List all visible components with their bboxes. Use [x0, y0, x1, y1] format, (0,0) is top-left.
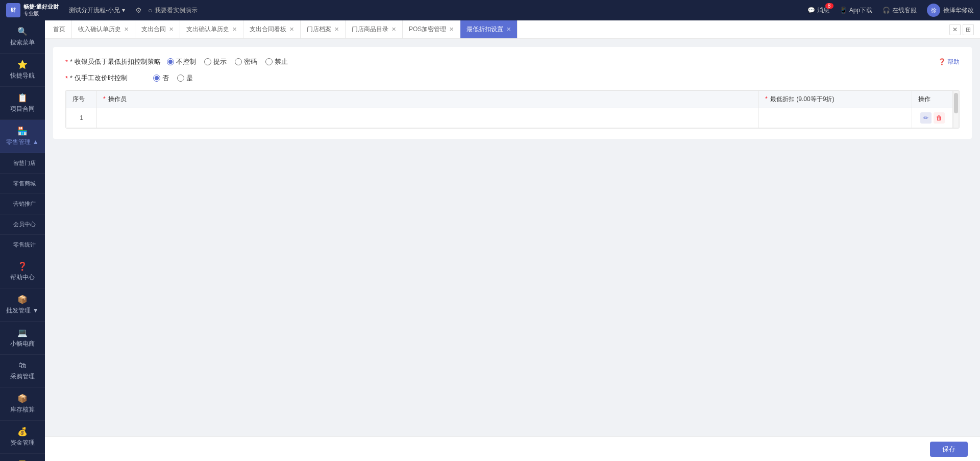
- sidebar-item-retail-mall[interactable]: 零售商城: [0, 174, 45, 194]
- message-badge: 8: [825, 3, 834, 9]
- content-area: 首页 收入确认单历史 ✕ 支出合同 ✕ 支出确认单历史 ✕ 支出合同看板 ✕ 门…: [45, 20, 980, 461]
- tab-payment-contract[interactable]: 支出合同 ✕: [135, 20, 180, 38]
- money-icon: 💰: [17, 427, 28, 436]
- strategy-remind[interactable]: 提示: [204, 57, 227, 66]
- manual-control-form-row: * * 仅手工改价时控制 否 是: [65, 74, 960, 83]
- sidebar-item-retail-stats[interactable]: 零售统计: [0, 235, 45, 255]
- app-edition: 专业版: [23, 10, 59, 17]
- inventory-icon: 📦: [17, 394, 28, 403]
- table-scrollbar[interactable]: [953, 90, 959, 128]
- manual-control-radio-group: 否 是: [153, 74, 193, 83]
- strategy-no-control[interactable]: 不控制: [167, 57, 196, 66]
- edit-row-button[interactable]: ✏: [920, 112, 932, 124]
- sidebar-item-member-center[interactable]: 会员中心: [0, 214, 45, 235]
- table-row: 1 ✏ 🗑: [66, 108, 953, 128]
- col-header-min-discount: * 最低折扣 (9.00等于9折): [759, 91, 912, 108]
- sidebar-item-purchase-mgmt[interactable]: 🛍 采购管理: [0, 355, 45, 387]
- tab-pos-password[interactable]: POS加密管理 ✕: [403, 20, 460, 38]
- help-link[interactable]: ❓ 帮助: [938, 58, 960, 66]
- delete-row-button[interactable]: 🗑: [934, 112, 945, 124]
- tab-store-file[interactable]: 门店档案 ✕: [301, 20, 346, 38]
- settings-form-card: * * 收银员低于最低折扣控制策略 不控制 提示: [53, 47, 972, 139]
- tab-store-product[interactable]: 门店商品目录 ✕: [346, 20, 403, 38]
- star-icon: ⭐: [17, 60, 28, 69]
- strategy-forbid[interactable]: 禁止: [265, 57, 288, 66]
- sidebar-item-project-contract[interactable]: 📋 项目合同: [0, 87, 45, 120]
- tab-close-income-confirm[interactable]: ✕: [124, 27, 129, 32]
- logo-icon: 财: [6, 3, 20, 17]
- app-name: 畅捷·通好业财: [23, 3, 59, 10]
- tab-income-confirm[interactable]: 收入确认单历史 ✕: [72, 20, 135, 38]
- sidebar-item-marketing[interactable]: 营销推广: [0, 194, 45, 214]
- shopping-icon: 🛍: [18, 361, 27, 370]
- store-icon: 🏪: [17, 126, 28, 136]
- discount-table-wrapper: 序号 * 操作员 * 最低折扣 (9.00等于9折): [65, 90, 960, 129]
- manual-no[interactable]: 否: [153, 74, 169, 83]
- settings-icon[interactable]: ⚙: [135, 6, 142, 14]
- tab-payment-board[interactable]: 支出合同看板 ✕: [243, 20, 301, 38]
- sidebar-item-smart-store[interactable]: 智慧门店: [0, 153, 45, 174]
- app-logo: 财 畅捷·通好业财 专业版: [6, 3, 59, 17]
- app-download-button[interactable]: 📱 App下载: [840, 6, 872, 15]
- sidebar-item-retail-mgmt[interactable]: 🏪 零售管理 ▲: [0, 120, 45, 153]
- sidebar-item-search-menu[interactable]: 🔍 搜索菜单: [0, 20, 45, 54]
- pc-icon: 💻: [17, 328, 28, 337]
- tab-close-payment-confirm[interactable]: ✕: [232, 27, 237, 32]
- tab-close-min-discount[interactable]: ✕: [506, 27, 511, 32]
- tab-payment-confirm[interactable]: 支出确认单历史 ✕: [180, 20, 243, 38]
- tab-close-payment-board[interactable]: ✕: [289, 27, 294, 32]
- online-service-button[interactable]: 🎧 在线客服: [883, 6, 917, 15]
- tab-home[interactable]: 首页: [47, 20, 72, 38]
- demo-link[interactable]: ○ 我要看实例演示: [148, 6, 197, 15]
- sidebar-item-inventory[interactable]: 📦 库存核算: [0, 387, 45, 421]
- sidebar-item-capital-mgmt[interactable]: 💰 资金管理: [0, 421, 45, 454]
- cell-operator: [97, 108, 759, 128]
- tab-actions: ✕ ⊞: [945, 24, 978, 35]
- tab-close-store-product[interactable]: ✕: [391, 27, 396, 32]
- box-icon: 📦: [17, 295, 28, 304]
- tab-close-pos-password[interactable]: ✕: [449, 27, 454, 32]
- tab-close-payment-contract[interactable]: ✕: [169, 27, 174, 32]
- sidebar-item-help-center[interactable]: ❓ 帮助中心: [0, 255, 45, 288]
- main-layout: 🔍 搜索菜单 ⭐ 快捷导航 📋 项目合同 🏪 零售管理 ▲ 智慧门店 零售商城 …: [0, 20, 980, 461]
- user-menu[interactable]: 徐 徐泽华修改: [927, 4, 974, 17]
- top-bar-right: 💬 消息 8 📱 App下载 🎧 在线客服 徐 徐泽华修改: [807, 4, 974, 17]
- sidebar-item-ecommerce[interactable]: 💻 小畅电商: [0, 322, 45, 355]
- sidebar-item-quick-nav[interactable]: ⭐ 快捷导航: [0, 54, 45, 87]
- manual-yes[interactable]: 是: [177, 74, 193, 83]
- tab-min-discount[interactable]: 最低折扣设置 ✕: [460, 20, 518, 38]
- save-button[interactable]: 保存: [930, 442, 968, 457]
- col-header-action: 操作: [912, 91, 953, 108]
- discount-table: 序号 * 操作员 * 最低折扣 (9.00等于9折): [66, 90, 953, 128]
- manual-control-label: * * 仅手工改价时控制: [65, 74, 147, 83]
- tab-close-all-button[interactable]: ✕: [949, 24, 961, 35]
- top-bar: 财 畅捷·通好业财 专业版 测试分开流程-小兄 ▾ ⚙ ○ 我要看实例演示 💬 …: [0, 0, 980, 20]
- col-header-seq: 序号: [66, 91, 97, 108]
- strategy-label: * * 收银员低于最低折扣控制策略: [65, 57, 161, 66]
- strategy-form-row: * * 收银员低于最低折扣控制策略 不控制 提示: [65, 57, 960, 66]
- cell-action: ✏ 🗑: [912, 108, 953, 128]
- tab-bar: 首页 收入确认单历史 ✕ 支出合同 ✕ 支出确认单历史 ✕ 支出合同看板 ✕ 门…: [45, 20, 980, 39]
- project-selector[interactable]: 测试分开流程-小兄 ▾: [65, 5, 129, 16]
- page-content: * * 收银员低于最低折扣控制策略 不控制 提示: [45, 39, 980, 436]
- search-icon: 🔍: [17, 27, 28, 36]
- user-avatar: 徐: [927, 4, 940, 17]
- message-button[interactable]: 💬 消息 8: [807, 6, 829, 15]
- clipboard-icon: 📋: [17, 93, 28, 103]
- strategy-password[interactable]: 密码: [235, 57, 257, 66]
- strategy-radio-group: 不控制 提示 密码 禁止: [167, 57, 288, 66]
- tab-more-button[interactable]: ⊞: [963, 24, 974, 35]
- cell-min-discount: [759, 108, 912, 128]
- cell-seq: 1: [66, 108, 97, 128]
- sidebar-item-ledger[interactable]: 📒 总账管理: [0, 454, 45, 461]
- sidebar-item-batch-mgmt[interactable]: 📦 批发管理 ▼: [0, 288, 45, 322]
- sidebar: 🔍 搜索菜单 ⭐ 快捷导航 📋 项目合同 🏪 零售管理 ▲ 智慧门店 零售商城 …: [0, 20, 45, 461]
- page-footer: 保存: [45, 436, 980, 461]
- tab-close-store-file[interactable]: ✕: [334, 27, 339, 32]
- col-header-operator: * 操作员: [97, 91, 759, 108]
- help-icon: ❓: [17, 261, 28, 271]
